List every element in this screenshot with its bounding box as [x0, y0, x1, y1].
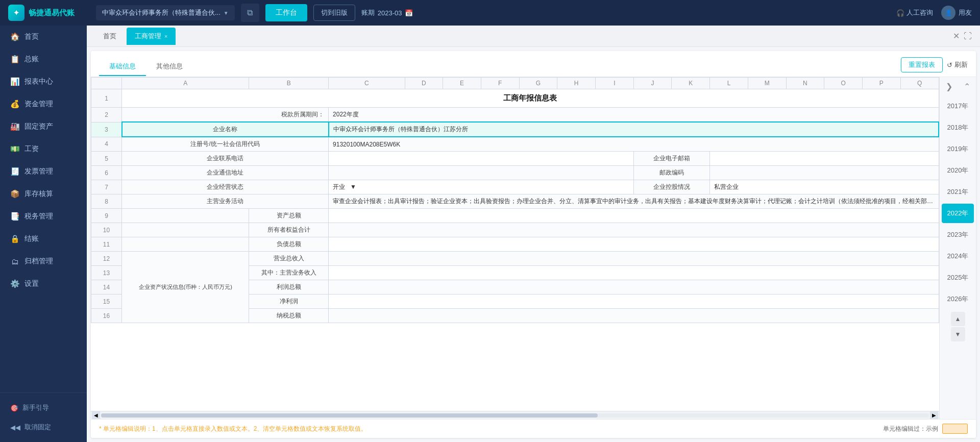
- cell-13-b: 其中：主营业务收入: [249, 266, 329, 280]
- workbench-button[interactable]: 工作台: [265, 4, 307, 21]
- sidebar-item-settings[interactable]: ⚙️ 设置: [0, 273, 87, 295]
- sheet-title-cell[interactable]: 工商年报信息表: [122, 89, 939, 108]
- sidebar-item-payroll[interactable]: 💵 工资: [0, 138, 87, 160]
- col-e[interactable]: E: [443, 78, 481, 89]
- footer-bar: * 单元格编辑说明：1、点击单元格直接录入数值或文本。2、清空单元格数值或文本恢…: [91, 419, 976, 438]
- col-m[interactable]: M: [748, 78, 786, 89]
- sidebar-item-report[interactable]: 📊 报表中心: [0, 70, 87, 93]
- company-copy-button[interactable]: ⧉: [241, 4, 259, 22]
- cell-6-postal[interactable]: [710, 166, 939, 180]
- sidebar-item-label: 资金管理: [24, 100, 53, 109]
- sidebar-item-assets[interactable]: 🏭 固定资产: [0, 115, 87, 138]
- cell-6-addr[interactable]: [329, 166, 634, 180]
- year-item-2022[interactable]: 2022年: [942, 204, 974, 223]
- cell-6-label: 企业通信地址: [122, 166, 329, 180]
- year-panel-collapse-btn[interactable]: ❯: [942, 79, 956, 93]
- col-n[interactable]: N: [786, 78, 824, 89]
- cell-12-value[interactable]: [329, 252, 939, 266]
- col-i[interactable]: I: [596, 78, 634, 89]
- row-num-7: 7: [91, 180, 122, 194]
- col-k[interactable]: K: [672, 78, 710, 89]
- sidebar-item-label: 结账: [24, 234, 39, 243]
- sidebar-item-home[interactable]: 🏠 首页: [0, 26, 87, 48]
- cell-5-email[interactable]: [710, 152, 939, 166]
- col-d[interactable]: D: [405, 78, 443, 89]
- cell-14-value[interactable]: [329, 280, 939, 294]
- sidebar-newbie-guide[interactable]: 🎯 新手引导: [0, 398, 87, 418]
- row-num-1: 1: [91, 89, 122, 108]
- refresh-button[interactable]: ↺ 刷新: [947, 60, 968, 69]
- cell-4-value[interactable]: 91320100MA208E5W6K: [329, 137, 939, 152]
- footer-note: * 单元格编辑说明：1、点击单元格直接录入数值或文本。2、清空单元格数值或文本恢…: [99, 425, 367, 433]
- user-menu[interactable]: 👤 用友: [941, 6, 972, 20]
- year-item-2018[interactable]: 2018年: [942, 118, 974, 137]
- sidebar-item-tax[interactable]: 📑 税务管理: [0, 205, 87, 228]
- cell-7-holding[interactable]: 私营企业: [710, 180, 939, 194]
- calendar-icon[interactable]: 📅: [405, 9, 413, 17]
- old-version-button[interactable]: 切到旧版: [313, 5, 355, 21]
- support-button[interactable]: 🎧 人工咨询: [896, 8, 933, 17]
- col-j[interactable]: J: [633, 78, 672, 89]
- cell-5-phone[interactable]: [329, 152, 634, 166]
- year-panel-up-btn[interactable]: ⌃: [960, 79, 974, 93]
- cell-10-value[interactable]: [329, 223, 939, 237]
- cell-16-value[interactable]: [329, 309, 939, 323]
- year-item-2026[interactable]: 2026年: [942, 289, 974, 309]
- sidebar-item-capital[interactable]: 💰 资金管理: [0, 93, 87, 115]
- cell-8-value[interactable]: 审查企业会计报表；出具审计报告；验证企业资本；出具验资报告；办理企业合并、分立、…: [329, 194, 939, 209]
- col-b[interactable]: B: [249, 78, 329, 89]
- col-q[interactable]: Q: [900, 78, 939, 89]
- year-item-2023[interactable]: 2023年: [942, 225, 974, 244]
- sidebar-item-label: 报表中心: [24, 77, 53, 86]
- col-f[interactable]: F: [481, 78, 519, 89]
- sheet-hscroll[interactable]: ◀ ▶: [91, 411, 939, 419]
- hscroll-left-btn[interactable]: ◀: [92, 411, 100, 420]
- cell-15-value[interactable]: [329, 294, 939, 309]
- sidebar-item-invoice[interactable]: 🧾 发票管理: [0, 160, 87, 183]
- hscroll-thumb[interactable]: [101, 413, 598, 418]
- col-a[interactable]: A: [122, 78, 249, 89]
- tab-biz-mgmt[interactable]: 工商管理 ×: [127, 28, 176, 45]
- year-item-2021[interactable]: 2021年: [942, 182, 974, 202]
- reset-report-button[interactable]: 重置报表: [901, 57, 943, 72]
- col-l[interactable]: L: [710, 78, 748, 89]
- tab-close-icon[interactable]: ×: [164, 33, 167, 39]
- year-item-2020[interactable]: 2020年: [942, 161, 974, 180]
- cell-3-label[interactable]: 企业名称: [122, 122, 329, 137]
- year-item-2017[interactable]: 2017年: [942, 96, 974, 116]
- col-h[interactable]: H: [557, 78, 596, 89]
- year-item-2025[interactable]: 2025年: [942, 268, 974, 287]
- sidebar-item-archive[interactable]: 🗂 归档管理: [0, 250, 87, 273]
- cell-10-b: 所有者权益合计: [249, 223, 329, 237]
- cell-13-value[interactable]: [329, 266, 939, 280]
- col-p[interactable]: P: [862, 78, 900, 89]
- sidebar-unpin[interactable]: ◀◀ 取消固定: [0, 418, 87, 437]
- year-scroll-up-btn[interactable]: ▲: [951, 312, 965, 326]
- year-item-2019[interactable]: 2019年: [942, 139, 974, 159]
- tab-home[interactable]: 首页: [95, 28, 125, 45]
- cell-2-value[interactable]: 2022年度: [329, 108, 939, 122]
- cell-7-status[interactable]: 开业 ▼: [329, 180, 634, 194]
- subtab-basic-info[interactable]: 基础信息: [99, 58, 146, 76]
- cell-3-value[interactable]: 中审众环会计师事务所（特殊普通合伙）江苏分所: [329, 122, 939, 137]
- subtab-other-info[interactable]: 其他信息: [146, 58, 193, 76]
- sidebar-item-ledger[interactable]: 📋 总账: [0, 48, 87, 70]
- hscroll-right-btn[interactable]: ▶: [930, 411, 938, 420]
- expand-panel-button[interactable]: ⛶: [964, 32, 972, 41]
- year-item-2024[interactable]: 2024年: [942, 247, 974, 266]
- col-o[interactable]: O: [824, 78, 863, 89]
- sidebar-item-close[interactable]: 🔒 结账: [0, 228, 87, 250]
- col-g[interactable]: G: [519, 78, 557, 89]
- cell-5-label: 企业联系电话: [122, 152, 329, 166]
- hscroll-track[interactable]: [101, 413, 929, 418]
- year-scroll-down-btn[interactable]: ▼: [951, 327, 965, 341]
- sheet-scroll-area[interactable]: A B C D E F G H I J: [91, 77, 939, 411]
- close-panel-button[interactable]: ✕: [953, 31, 960, 41]
- year-panel-top: ❯ ⌃: [940, 77, 976, 95]
- table-row: 6 企业通信地址 邮政编码: [91, 166, 939, 180]
- cell-9-value[interactable]: [329, 209, 939, 223]
- sidebar-item-inventory[interactable]: 📦 库存核算: [0, 183, 87, 205]
- col-c[interactable]: C: [329, 78, 405, 89]
- cell-11-value[interactable]: [329, 237, 939, 252]
- company-selector[interactable]: 中审众环会计师事务所（特殊普通合伙... ▼: [96, 5, 235, 20]
